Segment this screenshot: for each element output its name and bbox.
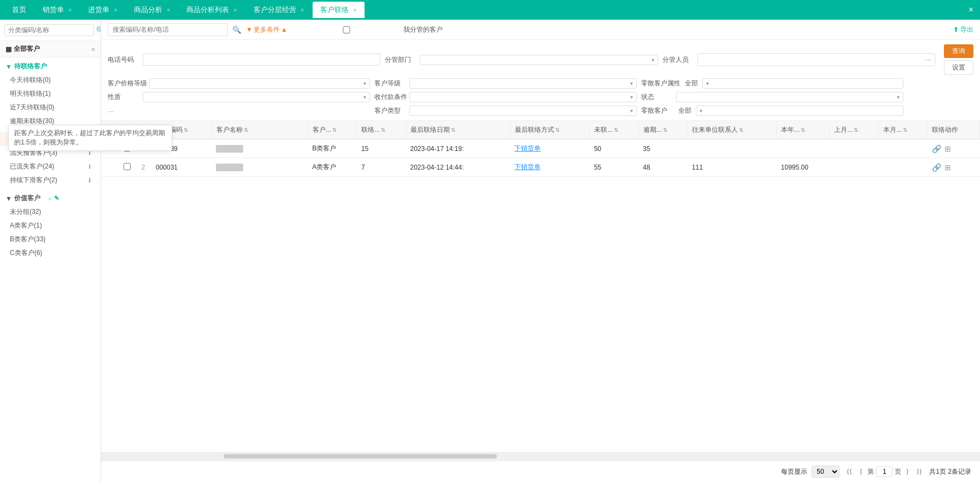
customer-level-label: 客户等级	[374, 79, 407, 88]
retail-customer-select[interactable]: ▾	[696, 106, 903, 116]
phone-input[interactable]	[143, 54, 380, 66]
retail-attribute-select[interactable]: ▾	[702, 78, 903, 89]
row-this-month	[878, 140, 928, 158]
close-customer-segment[interactable]: ×	[301, 7, 304, 13]
nav-product-analysis-list[interactable]: 商品分析列表 ×	[179, 2, 244, 18]
nature-select[interactable]: ▾	[143, 92, 370, 102]
payment-chevron: ▾	[630, 94, 633, 100]
per-page-label: 每页显示	[781, 467, 807, 477]
close-product-analysis-list[interactable]: ×	[233, 7, 237, 13]
info-icon-churned[interactable]: ℹ	[89, 163, 91, 170]
code-sort-icon[interactable]: ⇅	[184, 127, 188, 133]
row-checkbox[interactable]	[124, 163, 131, 170]
this-month-sort-icon[interactable]: ⇅	[903, 127, 907, 133]
grid-action-icon[interactable]: ⊞	[944, 144, 951, 153]
nav-sales-order[interactable]: 销货单 ×	[35, 2, 79, 18]
sidebar-item-today-pending[interactable]: 今天待联络(0)	[0, 73, 101, 87]
uncontacted-sort-icon[interactable]: ⇅	[614, 127, 618, 133]
horizontal-scrollbar[interactable]	[114, 454, 967, 458]
close-purchase-order[interactable]: ×	[114, 7, 117, 13]
prev-page-btn[interactable]: ⟨	[857, 467, 865, 477]
close-product-analysis[interactable]: ×	[167, 7, 170, 13]
row-checkbox-cell	[119, 158, 135, 177]
customer-type-select[interactable]: ▾	[409, 106, 637, 116]
sidebar-item-class-a[interactable]: A类客户(1)	[0, 219, 101, 233]
sidebar-item-7days-pending[interactable]: 近7天待联络(0)	[0, 101, 101, 114]
sidebar-search-input[interactable]	[4, 24, 94, 36]
page-input[interactable]	[876, 466, 893, 477]
nav-purchase-order[interactable]: 进货单 ×	[80, 2, 125, 18]
last-month-sort-icon[interactable]: ⇅	[854, 127, 858, 133]
filter-price-level: 客户价格等级 ▾	[108, 78, 370, 89]
name-sort-icon[interactable]: ⇅	[244, 127, 248, 133]
nav-customer-contact[interactable]: 客户联络 ×	[313, 2, 364, 18]
dept-select[interactable]: ▾	[420, 55, 658, 65]
my-customers-checkbox-label[interactable]: 我分管的客户	[292, 25, 443, 34]
sidebar-item-tomorrow-pending[interactable]: 明天待联络(1)	[0, 87, 101, 101]
search-button[interactable]: 🔍	[232, 26, 242, 34]
last-contact-method-sort-icon[interactable]: ⇅	[555, 127, 560, 133]
my-customers-checkbox[interactable]	[292, 26, 401, 33]
close-all-tabs[interactable]: ×	[969, 5, 973, 15]
sidebar-collapse-btn[interactable]: «	[91, 45, 95, 53]
next-page-btn[interactable]: ⟩	[903, 467, 912, 477]
export-button[interactable]: ⬆ 导出	[953, 25, 973, 34]
status-chevron: ▾	[897, 94, 900, 100]
manager-select[interactable]: ···	[697, 53, 935, 66]
customer-level-select[interactable]: ▾	[409, 78, 637, 89]
close-sales-order[interactable]: ×	[68, 7, 72, 13]
row-actions: 🔗⊞	[928, 158, 980, 177]
first-page-btn[interactable]: ⟨⟨	[844, 467, 855, 477]
last-contact-method-link[interactable]: 下销货单	[514, 163, 541, 171]
col-last-month: 上月... ⇅	[830, 121, 879, 140]
nav-product-analysis[interactable]: 商品分析 ×	[126, 2, 178, 18]
last-contact-method-link[interactable]: 下销货单	[514, 144, 541, 152]
company-contact-sort-icon[interactable]: ⇅	[739, 127, 743, 133]
price-level-select[interactable]: ▾	[149, 78, 370, 89]
manager-ellipsis[interactable]: ···	[925, 55, 931, 64]
main-layout: 🔍 ▦ 全部客户 « ▼ 待联络客户 今天待联络(0) 明天待联络(1) 近7天…	[0, 20, 980, 482]
sidebar-item-ungrouped[interactable]: 未分组(32)	[0, 205, 101, 219]
link-action-icon[interactable]: 🔗	[932, 163, 941, 172]
this-year-sort-icon[interactable]: ⇅	[801, 127, 805, 133]
filter-row-3: 性质 ▾ 收付款条件 ▾ 状态	[108, 92, 973, 102]
filter-customer-level: 客户等级 ▾	[374, 78, 637, 89]
link-action-icon[interactable]: 🔗	[932, 144, 941, 153]
value-group-edit-icon[interactable]: ○	[48, 195, 52, 202]
sidebar-search-icon[interactable]: 🔍	[96, 26, 101, 34]
scrollbar-thumb[interactable]	[224, 454, 497, 458]
nav-home[interactable]: 首页	[4, 2, 34, 18]
price-level-chevron: ▾	[363, 80, 366, 86]
row-actions: 🔗⊞	[928, 140, 980, 158]
search-input[interactable]	[108, 23, 228, 36]
row4-ellipsis[interactable]: ···	[108, 107, 114, 115]
sidebar-item-class-b[interactable]: B类客户(33)	[0, 233, 101, 246]
customer-type-chevron: ▾	[630, 108, 633, 114]
per-page-select[interactable]: 50 20 100	[812, 466, 840, 478]
row-uncontacted: 50	[590, 140, 639, 158]
price-level-label: 客户价格等级	[108, 79, 147, 88]
last-page-btn[interactable]: ⟩⟩	[914, 467, 925, 477]
nav-customer-segment[interactable]: 客户分层经营 ×	[246, 2, 312, 18]
payment-select[interactable]: ▾	[409, 92, 637, 102]
sidebar-item-class-c[interactable]: C类客户(6)	[0, 246, 101, 260]
info-icon-declining[interactable]: ℹ	[89, 177, 91, 184]
contact-sort-icon[interactable]: ⇅	[381, 127, 385, 133]
page-unit: 页	[895, 467, 901, 477]
setting-button[interactable]: 设置	[944, 60, 973, 75]
value-arrow-icon: ▼	[5, 195, 12, 202]
query-button[interactable]: 查询	[944, 44, 973, 58]
sidebar-item-declining[interactable]: 持续下滑客户(2) ℹ	[0, 173, 101, 187]
sidebar-item-churned[interactable]: 已流失客户(24) ℹ	[0, 160, 101, 173]
value-group-settings-icon[interactable]: ✎	[54, 195, 59, 202]
last-contact-date-sort-icon[interactable]: ⇅	[451, 127, 455, 133]
status-select[interactable]: ▾	[676, 92, 903, 102]
close-customer-contact[interactable]: ×	[353, 7, 356, 13]
overdue-sort-icon[interactable]: ⇅	[663, 127, 667, 133]
table-row: 2000031A类客户72023-04-12 14:44:下销货单5548111…	[101, 158, 980, 177]
table-header-row: ⚙ 客户编码 ⇅	[101, 121, 980, 140]
more-conditions-btn[interactable]: ▼ 更多条件 ▲	[246, 25, 287, 34]
page-label: 第	[867, 467, 874, 477]
grid-action-icon[interactable]: ⊞	[944, 163, 951, 172]
category-sort-icon[interactable]: ⇅	[332, 127, 337, 133]
